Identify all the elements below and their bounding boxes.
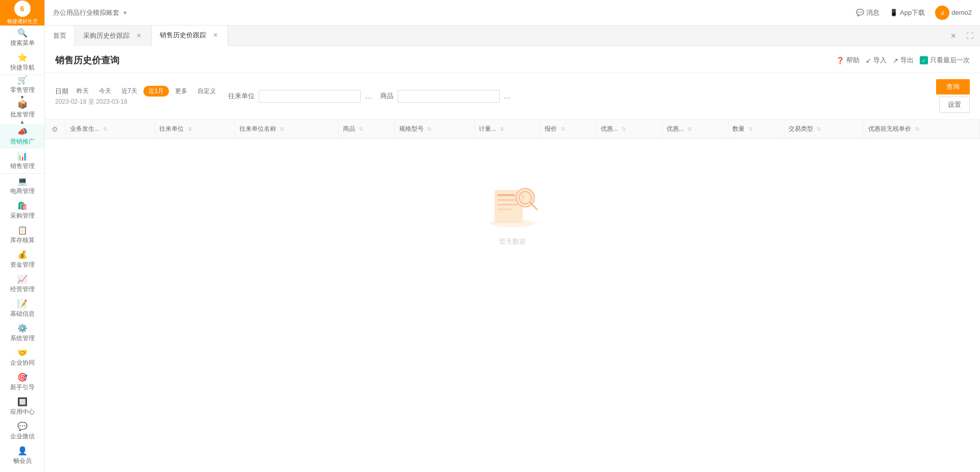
sidebar-item-label: 库存核算 <box>10 236 35 245</box>
collab-icon: 🤝 <box>17 348 28 358</box>
sidebar-item-inventory[interactable]: 📋 库存核算 <box>0 223 44 247</box>
partner-select-btn[interactable]: ... <box>365 91 372 101</box>
date-btn-yesterday[interactable]: 昨天 <box>72 86 93 97</box>
sidebar-item-marketing[interactable]: 📣 营销推广 <box>0 124 44 149</box>
th-unit: 计量... ⇅ <box>475 120 541 139</box>
newguide-icon: 🎯 <box>17 372 28 382</box>
topbar-dropdown-btn[interactable]: ▾ <box>124 9 127 16</box>
tab-fullscreen-btn[interactable]: ⛶ <box>964 30 976 42</box>
th-partner-name: 往来单位名称 ⇅ <box>235 120 338 139</box>
sort-quantity-icon[interactable]: ⇅ <box>749 126 753 132</box>
query-button[interactable]: 查询 <box>936 79 970 95</box>
sidebar-item-system[interactable]: ⚙️ 系统管理 <box>0 321 44 345</box>
sort-goods-icon[interactable]: ⇅ <box>359 126 363 132</box>
goods-input[interactable] <box>398 90 500 103</box>
page-header: 销售历史价查询 ❓ 帮助 ↙ 导入 ↗ 导出 ✓ 只 <box>45 46 980 73</box>
sales-icon: 📊 <box>17 151 28 161</box>
sort-unit-icon[interactable]: ⇅ <box>500 126 504 132</box>
sidebar-item-finance[interactable]: 💰 资金管理 <box>0 247 44 272</box>
page-header-actions: ❓ 帮助 ↙ 导入 ↗ 导出 ✓ 只看最后一次 <box>836 56 970 65</box>
message-btn[interactable]: 💬 消息 <box>856 8 879 17</box>
sidebar-item-basic-info[interactable]: 📝 基础信息 <box>0 296 44 321</box>
sort-date-icon[interactable]: ⇅ <box>103 126 107 132</box>
search-icon: 🔍 <box>17 28 28 38</box>
tab-close-all-btn[interactable]: ✕ <box>947 30 960 42</box>
sidebar-item-label: 畅会员 <box>13 457 32 465</box>
date-btn-custom[interactable]: 自定义 <box>193 86 220 97</box>
date-buttons: 昨天 今天 近7天 近1月 更多 自定义 <box>72 86 220 97</box>
retail-icon: 🛒 <box>17 75 28 85</box>
sidebar-item-retail[interactable]: 🛒 零售管理 ▼ <box>0 75 44 100</box>
page-title: 销售历史价查询 <box>55 54 119 66</box>
sort-partner-name-icon[interactable]: ⇅ <box>280 126 284 132</box>
help-btn[interactable]: ❓ 帮助 <box>836 56 860 65</box>
date-btn-more[interactable]: 更多 <box>171 86 191 97</box>
goods-select-btn[interactable]: ... <box>504 91 510 101</box>
sidebar-item-enterprise-wechat[interactable]: 💬 企业微信 <box>0 419 44 443</box>
appcenter-icon: 🔲 <box>17 397 28 407</box>
table-container: ⚙ 业务发生... ⇅ 往来单位 ⇅ 往来单位名称 ⇅ <box>45 120 980 472</box>
th-discount2: 优惠... ⇅ <box>663 120 728 139</box>
sort-pretax-price-icon[interactable]: ⇅ <box>915 126 919 132</box>
sort-partner-code-icon[interactable]: ⇅ <box>188 126 192 132</box>
tab-sales-history[interactable]: 销售历史价跟踪 ✕ <box>152 26 228 46</box>
only-last-checkbox[interactable]: ✓ 只看最后一次 <box>920 56 970 65</box>
user-menu[interactable]: d demo2 <box>935 6 972 20</box>
tab-purchase-history[interactable]: 采购历史价跟踪 ✕ <box>75 26 152 46</box>
app-logo[interactable]: 6 畅捷通好生意 <box>0 0 44 26</box>
sidebar-item-sales[interactable]: 📊 销售管理 <box>0 149 44 173</box>
sidebar-item-wholesale[interactable]: 📦 批发管理 ▲ <box>0 100 44 124</box>
sidebar-item-newguide[interactable]: 🎯 新手引导 <box>0 370 44 394</box>
tab-home[interactable]: 首页 <box>45 26 75 46</box>
import-btn[interactable]: ↙ 导入 <box>866 56 887 65</box>
date-btn-1month[interactable]: 近1月 <box>143 86 169 97</box>
tabbar-actions: ✕ ⛶ <box>947 30 980 42</box>
date-label: 日期 <box>55 87 68 96</box>
sidebar-item-label: 电商管理 <box>10 187 35 196</box>
table-header: ⚙ 业务发生... ⇅ 往来单位 ⇅ 往来单位名称 ⇅ <box>45 120 980 139</box>
filter-action-buttons: 查询 设置 <box>936 79 970 113</box>
empty-state: ? 暂无数据 <box>45 139 980 287</box>
sidebar-item-label: 采购管理 <box>10 211 35 220</box>
message-icon: 💬 <box>856 9 864 16</box>
sidebar-item-label: 营销推广 <box>10 137 35 146</box>
sidebar-retail-section: 🛒 零售管理 ▼ 📦 批发管理 ▲ 📣 营销推广 📊 销售管理 <box>0 75 44 174</box>
sidebar-item-appcenter[interactable]: 🔲 应用中心 <box>0 394 44 419</box>
sort-discount1-icon[interactable]: ⇅ <box>622 126 626 132</box>
tab-purchase-close-btn[interactable]: ✕ <box>135 32 143 40</box>
sidebar-item-label: 应用中心 <box>10 408 35 416</box>
sort-spec-icon[interactable]: ⇅ <box>427 126 431 132</box>
sidebar-item-purchase[interactable]: 🛍️ 采购管理 <box>0 198 44 223</box>
sidebar-item-label: 搜索菜单 <box>10 39 35 48</box>
svg-line-8 <box>530 203 537 209</box>
sidebar-item-collab[interactable]: 🤝 企业协同 <box>0 345 44 370</box>
partner-input[interactable] <box>259 90 361 103</box>
svg-rect-4 <box>497 204 518 205</box>
goods-filter: 商品 ... <box>380 90 510 103</box>
date-btn-today[interactable]: 今天 <box>95 86 115 97</box>
sidebar-item-label: 销售管理 <box>10 162 35 171</box>
sort-price-icon[interactable]: ⇅ <box>561 126 565 132</box>
th-partner-code: 往来单位 ⇅ <box>155 120 235 139</box>
inventory-icon: 📋 <box>17 225 28 235</box>
sidebar-item-quicknav[interactable]: ⭐ 快捷导航 <box>0 50 44 75</box>
phone-icon: 📱 <box>890 9 898 16</box>
sidebar-item-label: 新手引导 <box>10 383 35 392</box>
export-btn[interactable]: ↗ 导出 <box>893 56 914 65</box>
app-download-btn[interactable]: 📱 App下载 <box>890 8 925 17</box>
sidebar-item-vip[interactable]: 👤 畅会员 <box>0 443 44 468</box>
help-label: 帮助 <box>846 56 860 65</box>
settings-button[interactable]: 设置 <box>939 97 970 113</box>
finance-icon: 💰 <box>17 250 28 259</box>
sidebar-item-ecommerce[interactable]: 💻 电商管理 <box>0 174 44 198</box>
th-date: 业务发生... ⇅ <box>65 120 155 139</box>
tab-sales-close-btn[interactable]: ✕ <box>211 31 219 39</box>
sidebar-item-operations[interactable]: 📈 经营管理 <box>0 272 44 296</box>
sidebar-item-search[interactable]: 🔍 搜索菜单 <box>0 26 44 50</box>
date-btn-7days[interactable]: 近7天 <box>117 86 141 97</box>
sort-discount2-icon[interactable]: ⇅ <box>688 126 692 132</box>
import-icon: ↙ <box>866 57 871 64</box>
column-settings-icon[interactable]: ⚙ <box>52 125 58 133</box>
sort-transaction-type-icon[interactable]: ⇅ <box>817 126 821 132</box>
tab-purchase-history-label: 采购历史价跟踪 <box>83 31 130 40</box>
